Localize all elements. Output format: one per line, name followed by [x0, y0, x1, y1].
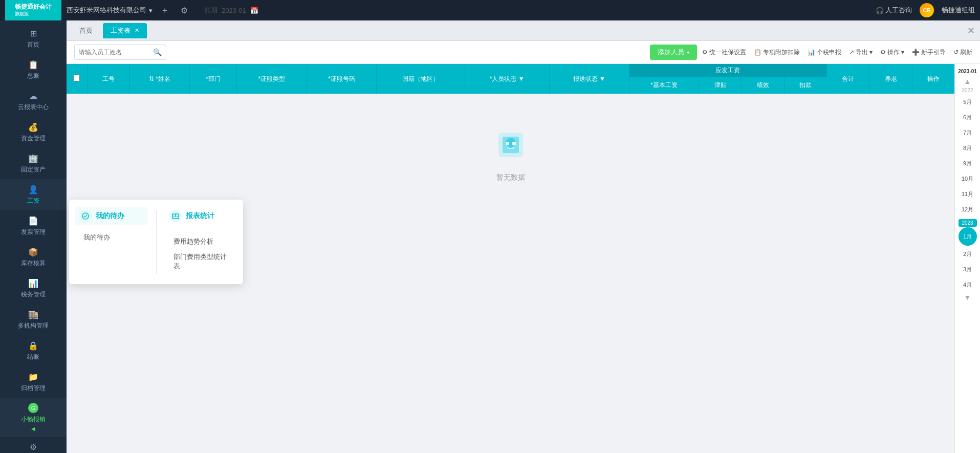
special-deduction-icon: 📋 [754, 49, 761, 56]
empty-state: 暂无数据 [67, 94, 954, 213]
add-person-button[interactable]: 添加人员 ▾ [650, 45, 697, 60]
calendar-icon[interactable]: 📅 [250, 7, 258, 14]
sidebar-item-general-ledger[interactable]: 📋 总账 [0, 54, 67, 85]
add-person-dropdown-icon: ▾ [687, 50, 689, 55]
sidebar: ⊞ 首页 📋 总账 ☁ 云报表中心 💰 资金管理 🏢 固定资产 👤 工资 📄 发… [0, 20, 67, 453]
month-2023-03[interactable]: 3月 [957, 262, 978, 276]
multi-org-icon: 🏬 [28, 309, 38, 319]
sidebar-item-fixed-assets[interactable]: 🏢 固定资产 [0, 148, 67, 179]
report-filter-icon[interactable]: ▼ [599, 75, 605, 82]
month-2022-09[interactable]: 9月 [957, 156, 978, 170]
sidebar-label-cloud-report: 云报表中心 [18, 103, 49, 112]
sidebar-item-close[interactable]: 🔒 结账 [0, 335, 67, 366]
app-logo: 畅捷通好会计 旗舰版 [5, 0, 61, 20]
dropdown-section: 我的待办 我的待办 报表统计 费用趋势分析 部门费用类型统 [79, 210, 233, 274]
sidebar-item-multi-org[interactable]: 🏬 多机构管理 [0, 304, 67, 335]
period-value[interactable]: 2023-01 [222, 7, 246, 14]
status-filter-icon[interactable]: ▼ [518, 75, 525, 82]
month-2022-10[interactable]: 10月 [957, 171, 978, 186]
social-insurance-button[interactable]: ⚙ 统一社保设置 [702, 48, 746, 57]
month-2022-08[interactable]: 8月 [957, 141, 978, 155]
tax-report-button[interactable]: 📊 个税申报 [808, 48, 841, 57]
operation-button[interactable]: ⚙ 操作 ▾ [880, 48, 904, 57]
export-button[interactable]: ↗ 导出 ▾ [849, 48, 873, 57]
home-icon: ⊞ [28, 28, 38, 38]
sidebar-item-inventory[interactable]: 📦 库存核算 [0, 242, 67, 273]
basic-settings-icon: ⚙ [28, 442, 38, 452]
period-label: 账期 [204, 6, 217, 15]
sidebar-item-xiaochang[interactable]: G 小畅报销 ◀ [0, 398, 67, 437]
salary-group-header: 应发工资 [629, 64, 826, 77]
add-icon[interactable]: ＋ [158, 3, 172, 17]
month-2022-07[interactable]: 7月 [957, 125, 978, 140]
dropdown-expense-trend[interactable]: 费用趋势分析 [169, 234, 233, 249]
sidebar-label-multi-org: 多机构管理 [18, 321, 49, 330]
month-2022-05[interactable]: 5月 [957, 95, 978, 109]
export-dropdown-icon: ▾ [869, 49, 873, 56]
new-guide-button[interactable]: ➕ 新手引导 [912, 48, 946, 57]
support-button[interactable]: 🎧 人工咨询 [876, 6, 912, 15]
avatar[interactable]: CE [920, 3, 934, 17]
allowance-header: 津贴 [699, 77, 742, 94]
empty-illustration [490, 124, 531, 165]
month-2023-02[interactable]: 2月 [957, 247, 978, 261]
close-all-icon[interactable]: ✕ [967, 25, 975, 36]
tab-salary-label: 工资表 [111, 26, 130, 35]
dropdown-todo-title[interactable]: 我的待办 [75, 207, 147, 225]
toolbar-actions: ⚙ 统一社保设置 📋 专项附加扣除 📊 个税申报 ↗ 导出 ▾ ⚙ [702, 48, 972, 57]
company-selector[interactable]: 西安虾米网络科技有限公司 ▾ [67, 6, 153, 15]
sidebar-label-tax: 税务管理 [21, 290, 46, 299]
month-2023-01[interactable]: 1月 [959, 227, 977, 246]
month-2022-06[interactable]: 6月 [957, 110, 978, 124]
select-all-checkbox[interactable] [73, 75, 80, 81]
dropdown-my-todo[interactable]: 我的待办 [79, 230, 143, 245]
search-icon[interactable]: 🔍 [153, 48, 162, 56]
month-2023-04[interactable]: 4月 [957, 277, 978, 292]
refresh-button[interactable]: ↺ 刷新 [953, 48, 972, 57]
sidebar-item-salary[interactable]: 👤 工资 [0, 179, 67, 210]
sidebar-item-basic[interactable]: ⚙ 基础设置 [0, 437, 67, 453]
tab-home[interactable]: 首页 [72, 23, 100, 38]
dropdown-dept-expense[interactable]: 部门费用类型统计表 [169, 249, 233, 274]
tab-bar: 首页 工资表 ✕ ✕ [67, 20, 980, 41]
sidebar-item-cloud-report[interactable]: ☁ 云报表中心 [0, 85, 67, 117]
search-input[interactable] [79, 49, 150, 56]
month-up-button[interactable]: ▲ [960, 76, 975, 87]
month-down-button[interactable]: ▼ [960, 292, 975, 303]
dropdown-todo-label: 我的待办 [96, 211, 124, 221]
sidebar-label-general-ledger: 总账 [27, 72, 39, 80]
sidebar-item-tax[interactable]: 📊 税务管理 [0, 273, 67, 304]
dept-header: *部门 [189, 64, 236, 94]
sidebar-label-inventory: 库存核算 [21, 259, 46, 268]
sidebar-item-fund[interactable]: 💰 资金管理 [0, 117, 67, 148]
inventory-icon: 📦 [28, 247, 38, 257]
pension-header: 养老 [869, 64, 912, 94]
ledger-icon: 📋 [28, 59, 38, 70]
username[interactable]: 畅捷通组组 [942, 6, 975, 15]
sidebar-item-invoice[interactable]: 📄 发票管理 [0, 210, 67, 242]
sidebar-item-home[interactable]: ⊞ 首页 [0, 23, 67, 54]
dropdown-col-report: 报表统计 费用趋势分析 部门费用类型统计表 [169, 210, 233, 274]
month-2022-12[interactable]: 12月 [957, 202, 978, 217]
dropdown-col-todo: 我的待办 我的待办 [79, 210, 143, 274]
current-year-badge: 2023 [959, 219, 977, 227]
tab-close-icon[interactable]: ✕ [135, 27, 139, 34]
tab-salary[interactable]: 工资表 ✕ [103, 23, 147, 38]
period-area: 账期 2023-01 📅 [204, 6, 258, 15]
sidebar-label-archive: 归档管理 [21, 384, 46, 393]
current-year-label: 2023-01 [957, 67, 978, 76]
sidebar-label-xiaochang: 小畅报销 [21, 415, 46, 424]
settings-icon[interactable]: ⚙ [177, 3, 191, 17]
total-header: 合计 [826, 64, 869, 94]
month-2022-11[interactable]: 11月 [957, 187, 978, 201]
operation-dropdown-icon: ▾ [901, 49, 904, 56]
salary-table: 工号 ⇅ *姓名 *部门 *证照类型 *证照号码 国籍（地区） *人员状态 ▼ [67, 64, 954, 94]
svg-rect-3 [506, 142, 509, 145]
month-picker: 2023-01 ▲ 2022 5月 6月 7月 8月 9月 10月 11月 12… [954, 64, 980, 453]
dropdown-report-title[interactable]: 报表统计 [169, 210, 233, 226]
idtype-header: *证照类型 [236, 64, 307, 94]
sidebar-item-archive[interactable]: 📁 归档管理 [0, 366, 67, 398]
prev-year-label: 2022 [961, 87, 974, 94]
tab-home-label: 首页 [79, 26, 93, 35]
special-deduction-button[interactable]: 📋 专项附加扣除 [754, 48, 800, 57]
